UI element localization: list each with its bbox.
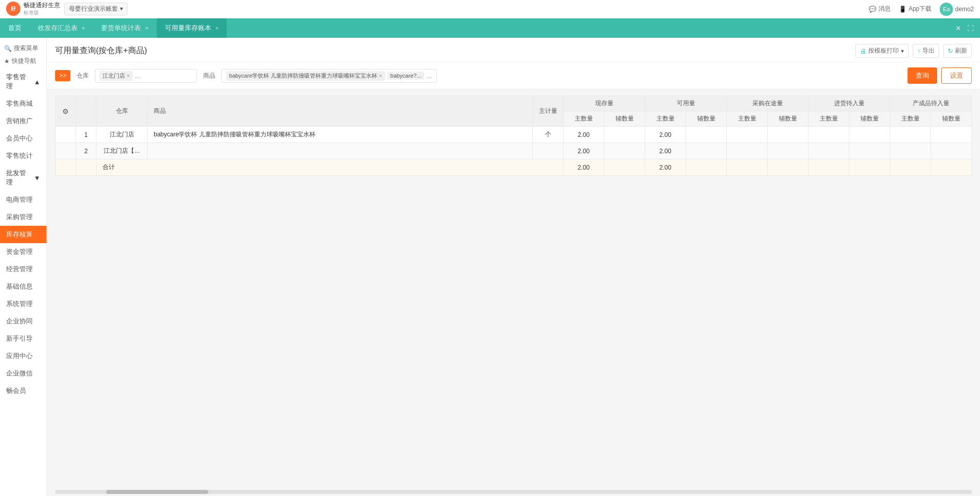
sidebar-item-new-guide[interactable]: 新手引导 (0, 330, 46, 347)
sidebar: 🔍 搜索菜单 ★ 快捷导航 零售管理 ▲ 零售商城 营销推广 会员中心 零售统计 (0, 38, 47, 496)
sidebar-item-system[interactable]: 系统管理 (0, 295, 46, 313)
search-icon: 🔍 (4, 45, 12, 52)
cell-warehouse-1: 江北门店 (96, 127, 148, 143)
export-label: 导出 (922, 46, 935, 55)
sidebar-label-retail-mgmt: 零售管理 (6, 73, 32, 91)
message-icon: 💬 (869, 6, 876, 13)
horizontal-scrollbar[interactable] (55, 490, 972, 494)
header-left: 好 畅捷通好生意 标准版 母婴行业演示账套 ▾ (6, 2, 128, 16)
sidebar-item-retail-mall[interactable]: 零售商城 (0, 95, 46, 112)
sidebar-item-inventory[interactable]: 库存核算 (0, 226, 46, 243)
col-available-header: 可用量 (645, 96, 727, 111)
col-settings-header[interactable]: ⚙ (56, 96, 76, 127)
col-unit-header: 主计量 (533, 96, 564, 127)
chevron-down-icon: ▾ (120, 5, 123, 12)
cell-purchase-main-2 (727, 143, 768, 159)
sidebar-item-marketing[interactable]: 营销推广 (0, 112, 46, 130)
sidebar-label-enterprise-wechat: 企业微信 (6, 369, 33, 378)
sidebar-item-ecommerce[interactable]: 电商管理 (0, 191, 46, 208)
warehouse-tag-close[interactable]: × (127, 73, 130, 79)
product-filter-tags[interactable]: babycare学饮杯 儿童防摔防撞吸管杯重力球吸嘴杯宝宝水杯 × babyca… (222, 69, 437, 83)
sidebar-label-member-center: 会员中心 (6, 134, 33, 143)
industry-selector[interactable]: 母婴行业演示账套 ▾ (64, 3, 128, 15)
sidebar-search-label: 搜索菜单 (14, 44, 38, 53)
logo-icon: 好 (6, 2, 20, 16)
product-tag-babycare[interactable]: babycare学饮杯 儿童防摔防撞吸管杯重力球吸嘴杯宝宝水杯 × (226, 71, 385, 81)
total-current-main: 2.00 (564, 159, 604, 176)
tab-receivable-label: 收发存汇总表 (38, 23, 78, 33)
message-btn[interactable]: 💬 消息 (869, 5, 891, 13)
total-label: 合计 (96, 159, 564, 176)
col-product-header: 商品 (148, 96, 533, 127)
product-tag-close[interactable]: × (379, 73, 382, 79)
warehouse-filter-tags[interactable]: 江北门店 × ... (95, 69, 197, 83)
sidebar-label-retail-mall: 零售商城 (6, 99, 33, 108)
col-current-stock-header: 现存量 (564, 96, 645, 111)
tab-order-stat-label: 要货单统计表 (101, 23, 141, 33)
message-label: 消息 (878, 5, 891, 13)
query-button[interactable]: 查询 (908, 67, 937, 84)
sidebar-item-basics[interactable]: 基础信息 (0, 278, 46, 295)
tab-available-stock[interactable]: 可用量库存账本 × (157, 18, 227, 38)
total-settings (56, 159, 76, 176)
sidebar-item-purchase[interactable]: 采购管理 (0, 208, 46, 226)
sidebar-label-operations: 经营管理 (6, 265, 33, 274)
sidebar-item-enterprise[interactable]: 企业协同 (0, 313, 46, 330)
data-table: ⚙ 仓库 商品 主计量 现存量 (55, 96, 972, 176)
total-incoming-main (808, 159, 849, 176)
table-row: 2 江北门店【... 2.00 2.00 (56, 143, 972, 159)
cell-incoming-aux-1 (849, 127, 890, 143)
sidebar-item-operations[interactable]: 经营管理 (0, 261, 46, 278)
tab-receivable-close[interactable]: × (82, 25, 85, 31)
sidebar-label-inventory: 库存核算 (6, 230, 33, 239)
tab-order-stat-close[interactable]: × (145, 25, 148, 31)
warehouse-tag-jiangbei[interactable]: 江北门店 × (100, 71, 133, 81)
sidebar-item-finance[interactable]: 资金管理 (0, 243, 46, 261)
sidebar-item-enterprise-wechat[interactable]: 企业微信 (0, 365, 46, 382)
table-footer (47, 488, 980, 496)
user-name: demo2 (955, 6, 974, 13)
product-tag-babycare2[interactable]: babycare?... (387, 72, 425, 80)
sidebar-item-member[interactable]: 畅会员 (0, 382, 46, 399)
tab-order-stat[interactable]: 要货单统计表 × (93, 18, 156, 38)
col-current-aux-header: 辅数量 (604, 111, 645, 127)
tab-available-stock-close[interactable]: × (215, 25, 218, 31)
total-row: 合计 2.00 2.00 (56, 159, 972, 176)
logo-text-area: 畅捷通好生意 标准版 (23, 2, 60, 16)
print-label: 按模板打印 (868, 46, 899, 55)
page-title: 可用量查询(按仓库+商品) (55, 45, 147, 56)
expand-btn[interactable]: >> (55, 70, 70, 81)
col-incoming-aux-header: 辅数量 (849, 111, 890, 127)
settings-button[interactable]: 设置 (941, 67, 972, 84)
scrollbar-thumb[interactable] (106, 490, 208, 494)
sidebar-quick-nav[interactable]: ★ 快捷导航 (0, 55, 46, 67)
close-nav-btn[interactable]: ✕ (953, 22, 963, 34)
cell-purchase-aux-2 (768, 143, 808, 159)
tab-home[interactable]: 首页 (0, 18, 30, 38)
tab-receivable[interactable]: 收发存汇总表 × (30, 18, 93, 38)
sidebar-search[interactable]: 🔍 搜索菜单 (0, 40, 46, 55)
cell-product-1: babycare学饮杯 儿童防摔防撞吸管杯重力球吸嘴杯宝宝水杯 (148, 127, 533, 143)
sidebar-label-new-guide: 新手引导 (6, 334, 33, 343)
sidebar-item-app-center[interactable]: 应用中心 (0, 347, 46, 365)
col-num-header (76, 96, 96, 127)
product-tag2-label: babycare?... (390, 73, 422, 79)
sidebar-item-wholesale-mgmt[interactable]: 批发管理 ▼ (0, 164, 46, 191)
refresh-btn[interactable]: ↻ 刷新 (943, 44, 972, 58)
fullscreen-btn[interactable]: ⛶ (965, 22, 976, 34)
app-download-btn[interactable]: 📱 App下载 (899, 5, 932, 13)
user-menu[interactable]: Ea demo2 (940, 3, 974, 16)
cell-unit-1: 个 (533, 127, 564, 143)
cell-unit-2 (533, 143, 564, 159)
sidebar-item-retail-mgmt[interactable]: 零售管理 ▲ (0, 68, 46, 95)
cell-current-main-1: 2.00 (564, 127, 604, 143)
sidebar-item-retail-stats[interactable]: 零售统计 (0, 147, 46, 164)
cell-product-2 (148, 143, 533, 159)
table-container: ⚙ 仓库 商品 主计量 现存量 (47, 89, 980, 488)
export-btn[interactable]: ↑ 导出 (913, 44, 939, 58)
template-print-btn[interactable]: 🖨 按模板打印 ▾ (855, 44, 909, 58)
logo-area: 好 畅捷通好生意 标准版 (6, 2, 60, 16)
chevron-down-icon-print: ▾ (901, 48, 904, 55)
cell-current-main-2: 2.00 (564, 143, 604, 159)
sidebar-item-member-center[interactable]: 会员中心 (0, 130, 46, 147)
